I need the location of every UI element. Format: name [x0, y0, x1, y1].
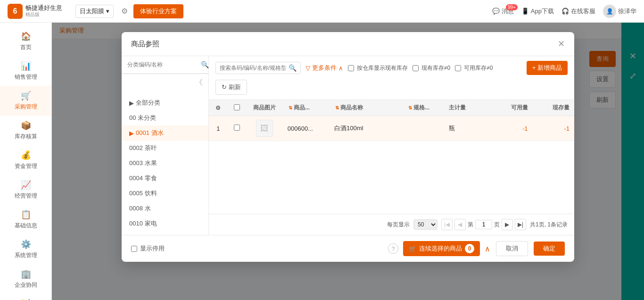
- category-item-water[interactable]: 0008 水: [122, 201, 208, 216]
- sidebar: 🏠 首页 📊 销售管理 🛒 采购管理 📦 库存核算 💰 资金管理 📈 经营管理 …: [0, 23, 52, 300]
- cart-area[interactable]: 🛒 连续选择的商品 0: [403, 241, 480, 256]
- prev-page-button[interactable]: ◀: [454, 219, 466, 230]
- table-row[interactable]: 1 🖼 00: [209, 116, 574, 141]
- category-item-tea[interactable]: 0002 茶叶: [122, 141, 208, 156]
- category-item-liquor[interactable]: ▶ 0001 酒水: [122, 125, 208, 141]
- show-disabled-checkbox-group: 显示停用: [131, 244, 165, 253]
- category-search-input[interactable]: [127, 61, 198, 68]
- cart-label: 连续选择的商品: [419, 244, 462, 253]
- message-icon-area[interactable]: 💬 消息 99+: [492, 7, 514, 16]
- total-info: 共1页, 1条记录: [530, 221, 568, 229]
- page-suffix: 页: [494, 221, 500, 229]
- stock-ne0-checkbox-group: 现有库存≠0: [413, 64, 450, 72]
- confirm-button[interactable]: 确定: [534, 242, 565, 256]
- nav-branch-dropdown[interactable]: 日太阳膜 ▾: [75, 5, 114, 18]
- stock-ne0-checkbox[interactable]: [413, 65, 419, 71]
- page-label: 第: [468, 221, 473, 229]
- category-label: 0001 酒水: [136, 129, 164, 137]
- user-area[interactable]: 👤 徐泽华: [603, 5, 636, 18]
- category-item-fruit[interactable]: 0003 水果: [122, 156, 208, 171]
- category-label: 0004 零食: [129, 174, 157, 183]
- category-item-beverage[interactable]: 0005 饮料: [122, 186, 208, 201]
- row-checkbox[interactable]: [234, 125, 240, 131]
- category-panel: 🔍 《 ▶ 全部分类 00 未分类: [122, 56, 209, 235]
- app-download-area[interactable]: 📱 App下载: [521, 7, 554, 16]
- stock-ne0-label[interactable]: 现有库存≠0: [421, 64, 450, 72]
- next-page-button[interactable]: ▶: [502, 219, 513, 230]
- cancel-button[interactable]: 取消: [496, 241, 528, 256]
- selected-count-badge: 0: [465, 244, 474, 253]
- current-page-input[interactable]: [475, 220, 492, 229]
- product-search-input[interactable]: [220, 65, 286, 71]
- trial-button[interactable]: 体验行业方案: [133, 4, 183, 18]
- row-index: 1: [209, 116, 228, 141]
- modal-body: 🔍 《 ▶ 全部分类 00 未分类: [122, 56, 574, 235]
- collapse-panel-button[interactable]: 《: [122, 74, 208, 92]
- search-icon[interactable]: 🔍: [289, 64, 297, 72]
- system-icon: ⚙️: [21, 239, 31, 250]
- row-stock-cell: -1: [533, 116, 574, 141]
- product-reference-modal: 商品参照 ✕ 🔍 《: [122, 32, 574, 262]
- logo-subtitle: 精品版: [25, 11, 62, 18]
- category-search-icon[interactable]: 🔍: [201, 61, 209, 68]
- sidebar-item-sales[interactable]: 📊 销售管理: [0, 56, 51, 86]
- sidebar-item-operations[interactable]: 📈 经营管理: [0, 175, 51, 205]
- row-spec-cell: [403, 116, 444, 141]
- chevron-down-icon: ▾: [106, 8, 109, 15]
- modal-header: 商品参照 ✕: [122, 32, 574, 56]
- basics-icon: 📋: [21, 209, 31, 220]
- modal-close-button[interactable]: ✕: [558, 39, 565, 49]
- sidebar-item-system[interactable]: ⚙️ 系统管理: [0, 234, 51, 264]
- filter-button[interactable]: ▽ 更多条件 ∧: [305, 64, 343, 72]
- footer-collapse-icon[interactable]: ∧: [485, 244, 490, 253]
- add-product-button[interactable]: + 新增商品: [527, 61, 568, 75]
- select-all-checkbox[interactable]: [234, 104, 240, 110]
- col-avail-header: 可用量: [486, 100, 532, 116]
- avail-ne0-checkbox-group: 可用库存≠0: [455, 64, 493, 72]
- show-disabled-label[interactable]: 显示停用: [140, 244, 165, 253]
- purchase-icon: 🛒: [21, 91, 31, 101]
- sidebar-item-home[interactable]: 🏠 首页: [0, 26, 51, 56]
- category-item-uncategorized[interactable]: 00 未分类: [122, 110, 208, 125]
- avail-ne0-label[interactable]: 可用库存≠0: [464, 64, 493, 72]
- logo-icon: 6: [8, 4, 23, 19]
- gear-icon[interactable]: ⚙: [121, 7, 128, 16]
- sidebar-item-enterprise[interactable]: 🏢 企业协同: [0, 264, 51, 294]
- col-name-header: ⇅ 商品名称: [330, 100, 403, 116]
- sidebar-item-purchase[interactable]: 🛒 采购管理: [0, 86, 51, 116]
- warehouse-checkbox-label[interactable]: 按仓库显示现有库存: [357, 64, 408, 72]
- per-page-select[interactable]: 50 20 100: [413, 219, 438, 230]
- service-label: 在线客服: [571, 7, 595, 16]
- per-page-label: 每页显示: [387, 221, 410, 229]
- show-disabled-checkbox[interactable]: [131, 246, 137, 252]
- sidebar-item-basics[interactable]: 📋 基础信息: [0, 205, 51, 234]
- sidebar-item-finance[interactable]: 💰 资金管理: [0, 145, 51, 175]
- warehouse-checkbox[interactable]: [348, 65, 354, 71]
- online-service-area[interactable]: 🎧 在线客服: [561, 7, 595, 16]
- page-navigation: |◀ ◀ 第 页 ▶ ▶|: [441, 219, 526, 230]
- category-label: 0005 饮料: [129, 189, 157, 198]
- category-item-snack[interactable]: 0004 零食: [122, 171, 208, 186]
- sidebar-item-guide[interactable]: 🔰 新手引导: [0, 294, 51, 300]
- sidebar-item-inventory[interactable]: 📦 库存核算: [0, 116, 51, 145]
- last-page-button[interactable]: ▶|: [515, 219, 526, 230]
- first-page-button[interactable]: |◀: [441, 219, 453, 230]
- col-unit-label: 主计量: [449, 104, 466, 111]
- username: 徐泽华: [618, 7, 636, 16]
- toolbar: 🔍 ▽ 更多条件 ∧ 按仓库显示现有库存: [209, 56, 574, 100]
- footer-middle-area: ? 🛒 连续选择的商品 0 ∧: [388, 241, 490, 256]
- help-icon[interactable]: ?: [388, 243, 398, 254]
- logo: 6 畅捷通好生意 精品版: [8, 4, 62, 19]
- sidebar-label-finance: 资金管理: [15, 162, 37, 170]
- message-icon: 💬: [492, 8, 500, 15]
- chevron-up-icon: ∧: [339, 65, 343, 72]
- category-item-appliance[interactable]: 0010 家电: [122, 216, 208, 231]
- avail-ne0-checkbox[interactable]: [455, 65, 461, 71]
- category-item-all[interactable]: ▶ 全部分类: [122, 95, 208, 110]
- row-checkbox-cell: [228, 116, 247, 141]
- product-code: 000600...: [288, 125, 313, 132]
- home-icon: 🏠: [21, 31, 31, 42]
- refresh-button[interactable]: ↻ 刷新: [215, 80, 247, 95]
- chevron-left-icon: 《: [195, 78, 203, 88]
- cart-icon: 🛒: [409, 245, 416, 252]
